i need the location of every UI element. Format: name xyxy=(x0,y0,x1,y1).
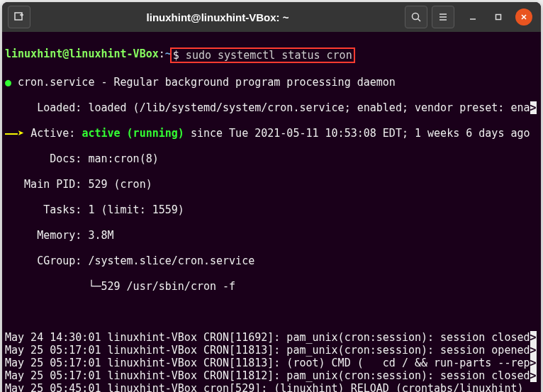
maximize-button[interactable] xyxy=(490,9,507,26)
blank-line xyxy=(5,306,538,318)
active-value: active (running) xyxy=(82,127,184,140)
minimize-icon xyxy=(469,13,476,21)
service-header-line: ● cron.service - Regular background prog… xyxy=(5,76,538,89)
close-icon xyxy=(520,13,527,21)
cgroup-child-line: └─529 /usr/sbin/cron -f xyxy=(5,280,538,293)
close-button[interactable] xyxy=(515,9,532,26)
log-line: May 25 05:45:01 linuxhint-VBox cron[529]… xyxy=(5,382,538,392)
titlebar: linuxhint@linuxhint-VBox: ~ xyxy=(2,2,541,32)
prompt-user: linuxhint@linuxhint-VBox xyxy=(5,47,159,63)
new-tab-button[interactable] xyxy=(8,6,30,28)
log-text: May 24 14:30:01 linuxhint-VBox CRON[1169… xyxy=(5,331,530,344)
active-since: since Tue 2021-05-11 10:53:08 EDT; 1 wee… xyxy=(184,127,530,140)
svg-point-1 xyxy=(413,13,419,20)
arrow-icon: ——➤ xyxy=(5,127,30,140)
service-header: cron.service - Regular background progra… xyxy=(18,76,396,89)
log-text: May 25 05:17:01 linuxhint-VBox CRON[1181… xyxy=(5,344,530,357)
status-dot-icon: ● xyxy=(5,76,18,89)
menu-button[interactable] xyxy=(432,6,454,28)
log-text: May 25 05:17:01 linuxhint-VBox CRON[1181… xyxy=(5,357,530,369)
window-controls xyxy=(464,9,532,26)
log-line: May 25 05:17:01 linuxhint-VBox CRON[1181… xyxy=(5,344,538,357)
mainpid-line: Main PID: 529 (cron) xyxy=(5,178,538,191)
svg-rect-7 xyxy=(496,15,501,20)
active-line: ——➤ Active: active (running) since Tue 2… xyxy=(5,127,538,140)
tasks-line: Tasks: 1 (limit: 1559) xyxy=(5,203,538,216)
command-highlight: $ sudo systemctl status cron xyxy=(170,47,355,63)
overflow-marker: > xyxy=(530,357,537,369)
log-text: May 25 05:45:01 linuxhint-VBox cron[529]… xyxy=(5,382,524,392)
active-label: Active: xyxy=(30,127,82,140)
overflow-marker: > xyxy=(530,331,537,344)
overflow-marker: > xyxy=(530,369,537,382)
overflow-marker: > xyxy=(530,344,537,357)
prompt-dollar: $ xyxy=(173,49,179,62)
log-line: May 25 05:17:01 linuxhint-VBox CRON[1181… xyxy=(5,357,538,369)
overflow-marker: > xyxy=(530,101,537,114)
minimize-button[interactable] xyxy=(464,9,481,26)
svg-line-2 xyxy=(418,19,421,22)
loaded-text: Loaded: loaded (/lib/systemd/system/cron… xyxy=(5,101,530,114)
log-line: May 25 05:17:01 linuxhint-VBox CRON[1181… xyxy=(5,369,538,382)
log-text: May 25 05:17:01 linuxhint-VBox CRON[1181… xyxy=(5,369,530,382)
svg-rect-0 xyxy=(15,13,22,20)
terminal-window: linuxhint@linuxhint-VBox: ~ xyxy=(2,2,541,392)
docs-line: Docs: man:cron(8) xyxy=(5,152,538,165)
new-tab-icon xyxy=(13,11,25,23)
maximize-icon xyxy=(495,13,502,21)
loaded-line: Loaded: loaded (/lib/systemd/system/cron… xyxy=(5,101,538,114)
prompt-line: linuxhint@linuxhint-VBox:~$ sudo systemc… xyxy=(5,47,538,63)
cgroup-line: CGroup: /system.slice/cron.service xyxy=(5,254,538,267)
log-line: May 24 14:30:01 linuxhint-VBox CRON[1169… xyxy=(5,331,538,344)
hamburger-icon xyxy=(437,11,449,23)
log-lines: May 24 14:30:01 linuxhint-VBox CRON[1169… xyxy=(5,331,538,392)
terminal-body[interactable]: linuxhint@linuxhint-VBox:~$ sudo systemc… xyxy=(2,32,541,392)
search-icon xyxy=(410,11,422,23)
prompt-colon: : xyxy=(159,47,165,63)
search-button[interactable] xyxy=(405,6,427,28)
command-text: sudo systemctl status cron xyxy=(179,49,352,62)
memory-line: Memory: 3.8M xyxy=(5,229,538,242)
window-title: linuxhint@linuxhint-VBox: ~ xyxy=(35,11,401,23)
